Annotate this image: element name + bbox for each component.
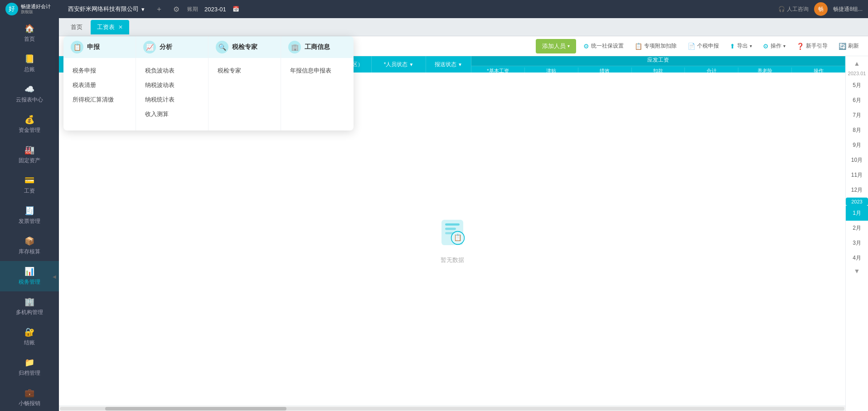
logo-area: 好 畅捷通好会计 旗舰版: [5, 3, 60, 15]
sidebar-item-fund[interactable]: 💰 资金管理: [0, 109, 59, 140]
sidebar-item-archive[interactable]: 📁 归档管理: [0, 352, 59, 382]
empty-text: 暂无数据: [441, 256, 464, 264]
sidebar-label-cloud: 云报表中心: [16, 96, 43, 104]
personal-tax-button[interactable]: 📄 个税申报: [684, 39, 723, 53]
tab-close-icon[interactable]: ✕: [118, 24, 123, 30]
month-8[interactable]: 8月: [846, 123, 868, 138]
header-right: 🎧 人工咨询 畅 畅捷通8组...: [778, 2, 863, 16]
add-person-arrow-icon: ▾: [567, 44, 570, 48]
sidebar-label-salary: 工资: [24, 187, 35, 195]
period-label: 账期: [187, 5, 198, 13]
business-info-header: 🏢 工商信息: [281, 36, 354, 58]
analysis-icon: 📈: [143, 41, 156, 53]
expense-icon: 💼: [24, 388, 34, 398]
declaration-icon: 📋: [71, 41, 83, 53]
export-arrow-icon: ▾: [750, 44, 752, 48]
add-person-button[interactable]: 添加人员 ▾: [536, 39, 576, 53]
dropdown-item-income-calc[interactable]: 收入测算: [143, 107, 201, 121]
sidebar-item-multi-org[interactable]: 🏢 多机构管理: [0, 291, 59, 322]
sidebar-item-close[interactable]: 🔐 结账: [0, 322, 59, 352]
declaration-label: 申报: [87, 43, 100, 51]
month-1-active[interactable]: 1月: [846, 206, 868, 221]
period-value: 2023-01: [204, 6, 226, 13]
service-button[interactable]: 🎧 人工咨询: [778, 5, 809, 13]
archive-icon: 📁: [24, 358, 34, 367]
sidebar-item-home[interactable]: 🏠 首页: [0, 18, 59, 48]
settings-icon[interactable]: ⚙: [170, 3, 183, 15]
social-insurance-label: 统一社保设置: [591, 42, 624, 50]
svg-rect-1: [445, 223, 460, 226]
calendar-icon[interactable]: 📅: [233, 6, 239, 12]
operations-button[interactable]: ⚙ 操作 ▾: [759, 39, 789, 53]
social-insurance-button[interactable]: ⚙ 统一社保设置: [580, 39, 627, 53]
dropdown-item-tax-burden[interactable]: 税负波动表: [143, 63, 201, 78]
sidebar-item-inventory[interactable]: 📦 库存核算: [0, 231, 59, 261]
th-salary-group: 应发工资 *基本工资 津贴 绩效 扣款 合计 养老险 操作: [471, 56, 845, 73]
sidebar-label-assets: 固定资产: [19, 157, 40, 164]
sidebar-item-cloud-report[interactable]: ☁️ 云报表中心: [0, 79, 59, 109]
month-4[interactable]: 4月: [846, 251, 868, 266]
month-3[interactable]: 3月: [846, 236, 868, 251]
scrollbar-track[interactable]: [60, 407, 844, 411]
month-2[interactable]: 2月: [846, 221, 868, 236]
year-2023-badge: 2023: [846, 198, 868, 206]
th-report-status: 报送状态 ▼: [426, 56, 471, 73]
dropdown-item-annual-report[interactable]: 年报信息申报表: [288, 63, 346, 78]
service-label: 人工咨询: [787, 5, 809, 13]
dropdown-item-tax-stats[interactable]: 纳税统计表: [143, 92, 201, 107]
special-deduct-label: 专项附加扣除: [644, 42, 677, 50]
down-arrow-button[interactable]: ▼: [852, 266, 862, 276]
new-guide-button[interactable]: ❓ 新手引导: [793, 39, 831, 53]
company-selector[interactable]: 西安虾米网络科技有限公司 ▾: [64, 3, 148, 15]
export-button[interactable]: ⬆ 导出 ▾: [726, 39, 756, 53]
sidebar-item-xiaochang[interactable]: 💼 小畅报销: [0, 382, 59, 411]
dropdown-menu: 📋 申报 税务申报 税表清册 所得税汇算清缴 📈 分析 税负波动表 纳税波动表 …: [63, 36, 354, 131]
user-name[interactable]: 畅捷通8组...: [833, 5, 863, 13]
invoice-icon: 🧾: [24, 206, 34, 216]
tab-salary-label: 工资表: [97, 23, 115, 31]
tax-icon: 📊: [24, 266, 34, 276]
sidebar-item-ledger[interactable]: 📒 总账: [0, 48, 59, 79]
dropdown-item-tax-expert[interactable]: 税检专家: [216, 63, 273, 78]
month-12[interactable]: 12月: [846, 183, 868, 198]
personal-tax-label: 个税申报: [697, 42, 719, 50]
month-10[interactable]: 10月: [846, 153, 868, 168]
app-logo-icon: 好: [5, 3, 18, 15]
sidebar-item-salary[interactable]: 💳 工资: [0, 170, 59, 200]
month-5[interactable]: 5月: [846, 78, 868, 93]
month-9[interactable]: 9月: [846, 138, 868, 153]
multi-org-icon: 🏢: [24, 297, 34, 307]
bottom-scrollbar[interactable]: [59, 406, 845, 411]
filter-icon-status[interactable]: ▼: [409, 62, 413, 67]
sidebar-item-fixed-assets[interactable]: 🏭 固定资产: [0, 140, 59, 170]
dropdown-col-business-info: 🏢 工商信息 年报信息申报表: [281, 36, 354, 131]
month-6[interactable]: 6月: [846, 93, 868, 108]
refresh-icon: 🔄: [839, 43, 846, 50]
close-period-icon: 🔐: [24, 327, 34, 337]
tab-salary-table[interactable]: 工资表 ✕: [91, 20, 129, 34]
dropdown-item-tax-declaration[interactable]: 税务申报: [71, 63, 128, 78]
dropdown-item-tax-table[interactable]: 税表清册: [71, 78, 128, 92]
special-deduct-button[interactable]: 📋 专项附加扣除: [631, 39, 680, 53]
month-7[interactable]: 7月: [846, 108, 868, 123]
sidebar-item-invoice[interactable]: 🧾 发票管理: [0, 200, 59, 231]
tab-home[interactable]: 首页: [64, 20, 89, 34]
refresh-button[interactable]: 🔄 刷新: [835, 39, 863, 53]
sidebar-label-invoice: 发票管理: [19, 218, 40, 225]
inventory-icon: 📦: [24, 236, 34, 246]
sidebar-item-tax[interactable]: 📊 税务管理 ◀: [0, 261, 59, 291]
scrollbar-thumb[interactable]: [105, 407, 286, 411]
dropdown-col-tax-expert: 🔍 税检专家 税检专家: [209, 36, 281, 131]
filter-icon-report[interactable]: ▼: [458, 62, 462, 67]
dropdown-col-declaration: 📋 申报 税务申报 税表清册 所得税汇算清缴: [63, 36, 136, 131]
dropdown-item-income-tax[interactable]: 所得税汇算清缴: [71, 92, 128, 107]
up-arrow-button[interactable]: ▲: [852, 58, 862, 69]
month-11[interactable]: 11月: [846, 168, 868, 183]
right-panel: ▲ 2023.01 5月 6月 7月 8月 9月 10月 11月 12月 202…: [845, 56, 868, 411]
add-company-button[interactable]: ＋: [153, 3, 165, 15]
company-name: 西安虾米网络科技有限公司: [68, 5, 139, 13]
special-deduct-icon: 📋: [635, 43, 642, 50]
sidebar-label-close: 结账: [24, 339, 35, 347]
dropdown-item-tax-payment[interactable]: 纳税波动表: [143, 78, 201, 92]
new-guide-icon: ❓: [796, 43, 804, 50]
